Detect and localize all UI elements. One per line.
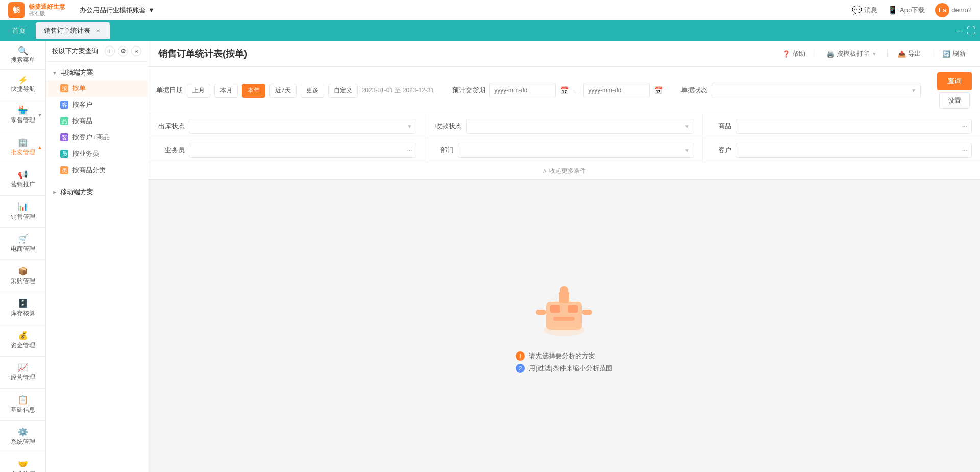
main-layout: 🔍 搜索菜单 ⚡ 快捷导航 🏪 零售管理 ▼ 🏢 批发管理 ▲ 📢 营销推广 📊… xyxy=(0,41,980,472)
template-print-icon: 🖨️ xyxy=(826,50,835,58)
sidebar-basicinfo-label: 基础信息 xyxy=(4,406,41,414)
empty-illustration-wrapper xyxy=(531,279,597,345)
collapse-btn[interactable]: ∧ 收起更多条件 xyxy=(542,167,585,175)
export-btn[interactable]: 📤 导出 xyxy=(894,47,925,60)
date-btn-this-year[interactable]: 本年 xyxy=(242,84,265,98)
export-icon: 📤 xyxy=(898,50,906,58)
product-select[interactable]: ··· xyxy=(736,119,972,134)
sidebar-quick-label: 快捷导航 xyxy=(4,85,41,93)
delivery-status-cell: 出库状态 ▼ xyxy=(148,114,425,138)
settings-btn[interactable]: 设置 xyxy=(939,92,970,109)
help-icon: ❓ xyxy=(782,50,790,58)
delivery-status-select[interactable]: ▼ xyxy=(189,119,416,134)
help-btn[interactable]: ❓ 帮助 xyxy=(778,47,810,60)
scheme-group-pc-title[interactable]: ▼ 电脑端方案 xyxy=(46,65,148,80)
expected-date-group: 预计交货期 📅 — 📅 xyxy=(452,83,663,98)
sidebar-item-operations[interactable]: 📈 经营管理 xyxy=(0,357,45,389)
collapse-row[interactable]: ∧ 收起更多条件 xyxy=(148,162,980,180)
sidebar-item-ecommerce[interactable]: 🛒 电商管理 xyxy=(0,228,45,260)
workspace-selector[interactable]: 办公用品行业模拟账套 ▼ xyxy=(80,6,155,15)
scheme-add-btn[interactable]: + xyxy=(105,46,115,56)
customer-select[interactable]: ··· xyxy=(736,143,972,158)
scheme-panel: 按以下方案查询 + ⚙ « ▼ 电脑端方案 按 按单 客 按客户 xyxy=(46,41,148,472)
sidebar-item-finance[interactable]: 💰 资金管理 xyxy=(0,324,45,357)
date-btn-last-7-days[interactable]: 近7天 xyxy=(270,84,297,98)
tab-home[interactable]: 首页 xyxy=(4,22,34,39)
sidebar-item-enterprise[interactable]: 🤝 企业协同 xyxy=(0,453,45,472)
scheme-group-pc: ▼ 电脑端方案 按 按单 客 按客户 品 按商品 客 按客户+商品 xyxy=(46,62,148,181)
divider3 xyxy=(932,50,932,58)
svg-rect-2 xyxy=(550,305,560,313)
customer-dots[interactable]: ··· xyxy=(962,147,967,154)
sidebar-item-wholesale[interactable]: 🏢 批发管理 ▲ xyxy=(0,131,45,163)
department-select[interactable]: ▼ xyxy=(458,143,694,158)
sidebar-item-retail[interactable]: 🏪 零售管理 ▼ xyxy=(0,99,45,131)
sidebar-retail-label: 零售管理 xyxy=(4,116,41,125)
sidebar-item-system[interactable]: ⚙️ 系统管理 xyxy=(0,421,45,453)
svg-rect-8 xyxy=(582,310,592,315)
filter-row-2: 出库状态 ▼ 收款状态 ▼ 商品 xyxy=(148,114,980,138)
refresh-btn[interactable]: 🔄 刷新 xyxy=(938,47,970,60)
sidebar-item-marketing[interactable]: 📢 营销推广 xyxy=(0,163,45,196)
salesperson-dots[interactable]: ··· xyxy=(407,147,412,154)
scheme-group-pc-arrow-icon: ▼ xyxy=(52,70,57,76)
refresh-icon: 🔄 xyxy=(942,50,950,58)
tab-maximize-icon[interactable]: ⛶ xyxy=(967,26,976,36)
sidebar-item-purchase[interactable]: 📦 采购管理 xyxy=(0,260,45,292)
scheme-item-by-customer[interactable]: 客 按客户 xyxy=(46,97,148,113)
template-print-btn[interactable]: 🖨️ 按模板打印 ▼ xyxy=(822,47,881,60)
sidebar-wholesale-label: 批发管理 xyxy=(4,148,41,157)
sidebar-item-sales-mgmt[interactable]: 📊 销售管理 xyxy=(0,196,45,228)
scheme-collapse-btn[interactable]: « xyxy=(131,46,141,56)
tab-sales-order-stats[interactable]: 销售订单统计表 ✕ xyxy=(36,22,110,39)
salesperson-select[interactable]: ··· xyxy=(189,143,416,158)
query-btn-group: 查询 设置 xyxy=(937,72,972,109)
app-download-btn[interactable]: 📱 App下载 xyxy=(888,5,925,15)
scheme-label-customer-product: 按客户+商品 xyxy=(72,133,110,142)
calendar-end-icon[interactable]: 📅 xyxy=(654,86,663,95)
query-btn[interactable]: 查询 xyxy=(937,72,972,90)
expected-date-end-input[interactable] xyxy=(583,83,650,98)
scheme-item-by-salesperson[interactable]: 员 按业务员 xyxy=(46,146,148,162)
department-cell: 部门 ▼ xyxy=(425,138,702,162)
tab-bar-actions: ─ ⛶ xyxy=(956,26,976,36)
brand-name: 畅捷通好生意 xyxy=(29,3,65,10)
user-avatar-btn[interactable]: Ea demo2 xyxy=(935,3,972,17)
order-status-select[interactable]: ▼ xyxy=(712,83,921,98)
scheme-item-by-product-category[interactable]: 类 按商品分类 xyxy=(46,162,148,178)
scheme-icon-order: 按 xyxy=(60,84,68,92)
date-btn-custom[interactable]: 自定义 xyxy=(328,84,358,98)
tip-1-text: 请先选择要分析的方案 xyxy=(529,351,595,361)
customer-label: 客户 xyxy=(711,146,731,155)
help-label: 帮助 xyxy=(792,49,805,58)
sidebar-search[interactable]: 🔍 搜索菜单 xyxy=(0,41,45,70)
date-label: 单据日期 xyxy=(156,86,183,95)
sidebar-finance-label: 资金管理 xyxy=(4,341,41,350)
scheme-label-customer: 按客户 xyxy=(72,100,92,109)
scheme-group-pc-label: 电脑端方案 xyxy=(60,68,93,77)
product-dots[interactable]: ··· xyxy=(962,123,967,130)
header-right: 💬 消息 📱 App下载 Ea demo2 xyxy=(852,3,972,17)
scheme-settings-btn[interactable]: ⚙ xyxy=(118,46,128,56)
department-label: 部门 xyxy=(433,146,454,155)
sidebar-item-basic-info[interactable]: 📋 基础信息 xyxy=(0,389,45,421)
scheme-item-by-product[interactable]: 品 按商品 xyxy=(46,113,148,129)
department-chevron-icon: ▼ xyxy=(684,148,690,153)
date-btn-this-month[interactable]: 本月 xyxy=(214,84,238,98)
scheme-group-mobile-title[interactable]: ▼ 移动端方案 xyxy=(46,184,148,200)
scheme-item-by-customer-product[interactable]: 客 按客户+商品 xyxy=(46,129,148,146)
template-print-chevron-icon: ▼ xyxy=(872,51,877,57)
scheme-item-by-order[interactable]: 按 按单 xyxy=(46,80,148,97)
expected-date-start-input[interactable] xyxy=(489,83,556,98)
sidebar-quick-nav[interactable]: ⚡ 快捷导航 xyxy=(0,70,45,99)
date-filter-group: 单据日期 上月 本月 本年 近7天 更多 自定义 2023-01-01 至 20… xyxy=(156,84,434,98)
sidebar-item-inventory[interactable]: 🗄️ 库存核算 xyxy=(0,292,45,324)
date-btn-more[interactable]: 更多 xyxy=(301,84,324,98)
message-btn[interactable]: 💬 消息 xyxy=(852,5,877,15)
tab-minimize-icon[interactable]: ─ xyxy=(956,26,963,36)
calendar-start-icon[interactable]: 📅 xyxy=(560,86,569,95)
payment-status-select[interactable]: ▼ xyxy=(466,119,694,134)
tab-close-icon[interactable]: ✕ xyxy=(94,27,102,34)
product-label: 商品 xyxy=(711,122,731,131)
date-btn-last-month[interactable]: 上月 xyxy=(187,84,210,98)
